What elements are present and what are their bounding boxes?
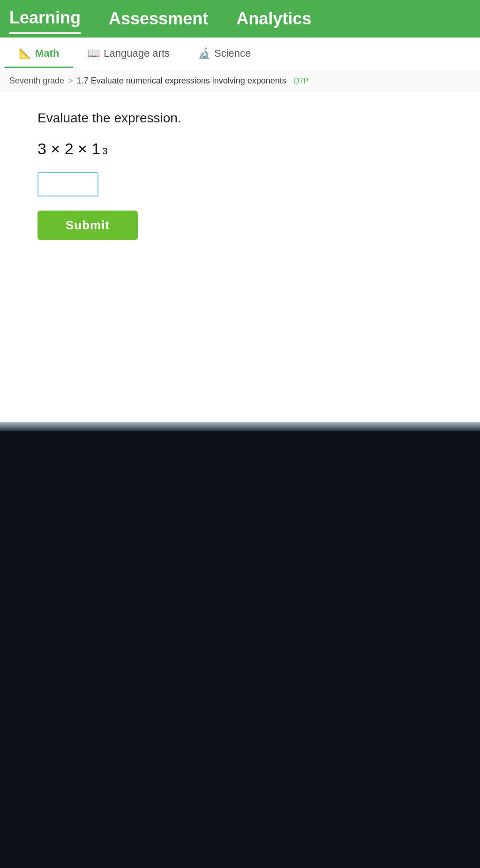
expression-text: 3 × 2 × 1 — [38, 140, 100, 158]
main-content: Evaluate the expression. 3 × 2 × 13 Subm… — [0, 92, 480, 422]
submit-button[interactable]: Submit — [38, 211, 138, 240]
exponent: 3 — [102, 146, 107, 157]
tab-language-arts-label: Language arts — [104, 47, 170, 60]
language-arts-icon: 📖 — [87, 47, 100, 60]
nav-analytics[interactable]: Analytics — [236, 4, 311, 33]
breadcrumb-grade[interactable]: Seventh grade — [9, 76, 64, 86]
tab-science-label: Science — [214, 47, 251, 60]
breadcrumb-code: D7P — [294, 77, 308, 85]
subject-tabs: 📐 Math 📖 Language arts 🔬 Science — [0, 38, 480, 70]
nav-learning[interactable]: Learning — [9, 3, 81, 34]
dark-area — [0, 431, 480, 868]
expression: 3 × 2 × 13 — [38, 140, 442, 158]
breadcrumb-topic: 1.7 Evaluate numerical expressions invol… — [77, 76, 286, 86]
tab-language-arts[interactable]: 📖 Language arts — [73, 40, 184, 68]
tab-math[interactable]: 📐 Math — [5, 40, 73, 68]
tab-science[interactable]: 🔬 Science — [184, 40, 265, 68]
question-prompt: Evaluate the expression. — [38, 111, 442, 126]
breadcrumb: Seventh grade > 1.7 Evaluate numerical e… — [0, 70, 480, 92]
tab-math-label: Math — [35, 47, 59, 60]
breadcrumb-separator: > — [68, 76, 73, 86]
math-icon: 📐 — [19, 47, 31, 60]
bezel-shadow — [0, 422, 480, 431]
science-icon: 🔬 — [198, 47, 210, 60]
top-nav: Learning Assessment Analytics — [0, 0, 480, 38]
nav-assessment[interactable]: Assessment — [109, 4, 208, 33]
answer-input[interactable] — [38, 172, 98, 196]
